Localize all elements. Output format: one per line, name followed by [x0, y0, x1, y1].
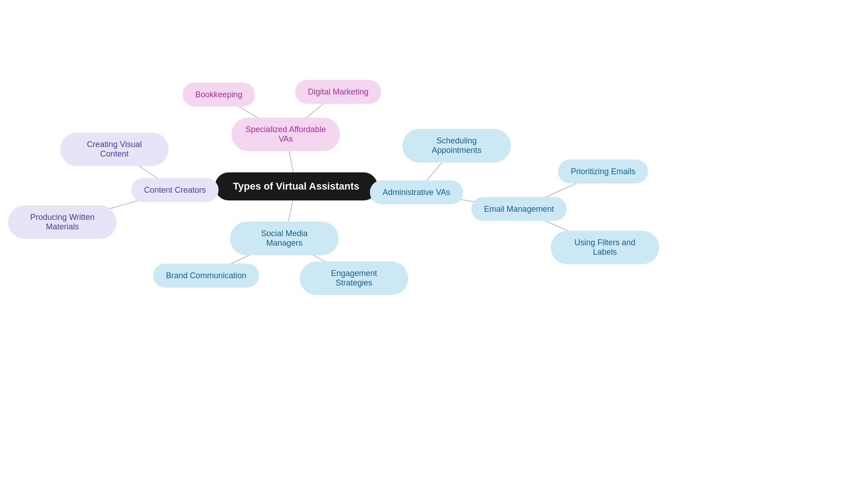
node-engagement[interactable]: Engagement Strategies — [300, 262, 408, 295]
node-creatingVisual[interactable]: Creating Visual Content — [60, 133, 169, 166]
node-specialized[interactable]: Specialized Affordable VAs — [231, 118, 340, 151]
node-scheduling[interactable]: Scheduling Appointments — [402, 129, 511, 162]
node-digitalMarketing[interactable]: Digital Marketing — [295, 80, 381, 104]
node-brandComm[interactable]: Brand Communication — [153, 264, 259, 288]
node-center[interactable]: Types of Virtual Assistants — [215, 172, 377, 200]
node-bookkeeping[interactable]: Bookkeeping — [183, 83, 255, 107]
node-usingFilters[interactable]: Using Filters and Labels — [551, 231, 659, 264]
node-adminVAs[interactable]: Administrative VAs — [370, 181, 463, 205]
connection-lines — [0, 0, 868, 490]
node-contentCreators[interactable]: Content Creators — [131, 178, 218, 202]
mindmap-container: Types of Virtual AssistantsSpecialized A… — [0, 0, 868, 490]
node-socialMedia[interactable]: Social Media Managers — [230, 222, 339, 255]
node-prioritizing[interactable]: Prioritizing Emails — [558, 160, 648, 184]
node-emailMgmt[interactable]: Email Management — [471, 197, 566, 221]
node-producingWritten[interactable]: Producing Written Materials — [8, 205, 117, 239]
